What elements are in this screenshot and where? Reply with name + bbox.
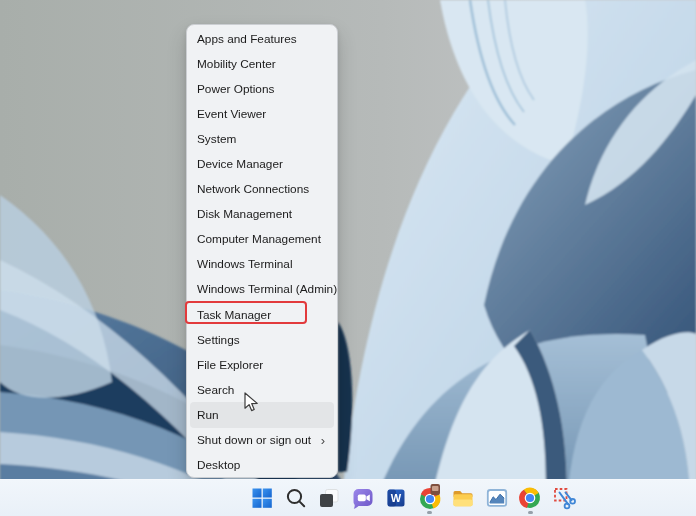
menu-item-label: Mobility Center <box>197 57 276 71</box>
desktop-wallpaper <box>0 0 696 516</box>
menu-item-label: Computer Management <box>197 232 321 246</box>
menu-item-label: Power Options <box>197 82 274 96</box>
menu-item-label: Device Manager <box>197 157 283 171</box>
taskbar: W <box>0 479 696 516</box>
chevron-right-icon: › <box>321 434 325 447</box>
menu-item-search[interactable]: Search <box>187 377 337 402</box>
start-button-icon[interactable] <box>250 486 274 510</box>
menu-item-mobility-center[interactable]: Mobility Center <box>187 51 337 76</box>
menu-item-file-explorer[interactable]: File Explorer <box>187 352 337 377</box>
menu-item-desktop[interactable]: Desktop <box>187 453 337 478</box>
running-indicator-edge <box>528 511 533 514</box>
menu-item-event-viewer[interactable]: Event Viewer <box>187 101 337 126</box>
menu-item-apps-and-features[interactable]: Apps and Features <box>187 26 337 51</box>
menu-item-device-manager[interactable]: Device Manager <box>187 151 337 176</box>
menu-item-label: Task Manager <box>197 308 271 322</box>
svg-text:W: W <box>391 492 402 504</box>
menu-item-label: Settings <box>197 333 240 347</box>
menu-item-label: Network Connections <box>197 182 309 196</box>
menu-item-label: Disk Management <box>197 207 292 221</box>
taskbar-icon-group: W <box>250 486 576 510</box>
menu-item-network-connections[interactable]: Network Connections <box>187 177 337 202</box>
menu-item-label: Windows Terminal <box>197 257 293 271</box>
file-explorer-icon[interactable] <box>451 486 475 510</box>
menu-item-windows-terminal[interactable]: Windows Terminal <box>187 252 337 277</box>
menu-item-task-manager[interactable]: Task Manager <box>187 302 337 327</box>
menu-item-label: Search <box>197 383 234 397</box>
chat-teams-icon[interactable] <box>351 486 375 510</box>
menu-item-label: File Explorer <box>197 358 263 372</box>
menu-item-label: Apps and Features <box>197 32 297 46</box>
running-indicator-chrome <box>427 511 432 514</box>
task-view-icon[interactable] <box>317 486 341 510</box>
snipping-tool-icon[interactable] <box>552 486 576 510</box>
menu-item-label: System <box>197 132 236 146</box>
menu-item-computer-management[interactable]: Computer Management <box>187 227 337 252</box>
edge-browser-icon[interactable] <box>518 486 542 510</box>
chrome-icon[interactable] <box>418 486 442 510</box>
menu-item-label: Shut down or sign out <box>197 433 311 447</box>
menu-item-shut-down-or-sign-out[interactable]: Shut down or sign out › <box>187 428 337 453</box>
word-icon[interactable]: W <box>384 486 408 510</box>
menu-item-system[interactable]: System <box>187 126 337 151</box>
menu-item-settings[interactable]: Settings <box>187 327 337 352</box>
search-icon[interactable] <box>284 486 308 510</box>
menu-item-power-options[interactable]: Power Options <box>187 76 337 101</box>
menu-item-label: Desktop <box>197 458 240 472</box>
menu-item-label: Event Viewer <box>197 107 266 121</box>
menu-item-run[interactable]: Run <box>190 402 334 427</box>
winx-context-menu: Apps and Features Mobility Center Power … <box>186 24 338 478</box>
menu-item-label: Windows Terminal (Admin) <box>197 282 337 296</box>
menu-item-label: Run <box>197 408 219 422</box>
task-manager-icon[interactable] <box>485 486 509 510</box>
menu-item-disk-management[interactable]: Disk Management <box>187 202 337 227</box>
menu-item-windows-terminal-admin[interactable]: Windows Terminal (Admin) <box>187 277 337 302</box>
chrome-overlay-badge <box>430 484 440 495</box>
